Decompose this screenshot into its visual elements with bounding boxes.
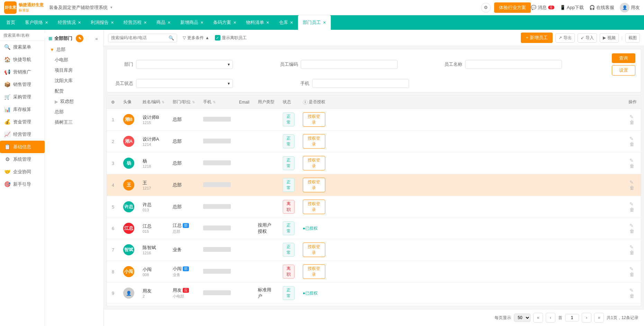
app-download-button[interactable]: 📱 App下载	[560, 5, 584, 11]
dept-item-peihuo[interactable]: 配货	[45, 86, 103, 96]
close-icon[interactable]: ✕	[323, 20, 326, 25]
tab-barcode[interactable]: 条码方案 ✕	[208, 15, 241, 30]
sidebar-item-sales[interactable]: 📦 销售管理	[0, 78, 45, 91]
close-icon[interactable]: ✕	[144, 20, 147, 25]
dept-edit-button[interactable]: ✎	[76, 35, 83, 42]
edit-icon[interactable]: ✎	[629, 244, 634, 250]
close-icon[interactable]: ✕	[200, 20, 203, 25]
auth-button[interactable]: 授权登录	[303, 156, 325, 170]
dept-item-shenyang[interactable]: 沈阳大库	[45, 76, 103, 86]
auth-button[interactable]: 授权登录	[303, 200, 325, 214]
message-button[interactable]: 💬 消息 6	[531, 5, 554, 11]
auth-button[interactable]: 授权登录	[303, 112, 325, 127]
tab-home[interactable]: 首页	[1, 15, 20, 30]
dropdown-arrow-icon[interactable]: ▾	[110, 5, 112, 10]
first-page-button[interactable]: «	[533, 313, 543, 323]
edit-icon[interactable]: ✎	[629, 223, 634, 228]
auth-button[interactable]: 授权登录	[303, 264, 325, 279]
screenshot-button[interactable]: 截图	[625, 33, 640, 43]
show-resign-toggle[interactable]: ✓ 显示离职员工	[215, 35, 247, 41]
sidebar-item-collab[interactable]: 🤝 企业协同	[0, 166, 45, 178]
sidebar-item-inventory[interactable]: 📊 库存核算	[0, 103, 45, 116]
sidebar-item-management[interactable]: 📈 经营管理	[0, 128, 45, 141]
tab-customer[interactable]: 客户联络 ✕	[20, 15, 53, 30]
dept-item-projectroom[interactable]: 项目库房	[45, 65, 103, 76]
delete-icon[interactable]: 🗑	[629, 141, 634, 147]
import-button[interactable]: ↙ 导入	[578, 33, 597, 43]
more-filter-button[interactable]: ▽ 更多条件 ▲	[180, 34, 212, 42]
trial-button[interactable]: 体验行业方案	[494, 2, 531, 13]
edit-icon[interactable]: ✎	[629, 136, 634, 141]
close-icon[interactable]: ✕	[45, 20, 48, 25]
set-button[interactable]: 设置	[612, 65, 635, 76]
close-icon[interactable]: ✕	[167, 20, 171, 25]
auth-button[interactable]: 授权登录	[303, 134, 325, 149]
sidebar-item-nav[interactable]: 🏠 快捷导航	[0, 53, 45, 66]
phone-input[interactable]	[312, 79, 409, 88]
emp-status-select[interactable]: ▾	[136, 79, 233, 88]
sidebar-item-guide[interactable]: 🎯 新手引导	[0, 178, 45, 191]
employee-search-input[interactable]	[111, 35, 166, 40]
sidebar-item-purchase[interactable]: 🛒 采购管理	[0, 91, 45, 103]
dept-filter-select[interactable]: ▾	[136, 60, 233, 69]
th-settings[interactable]: ⚙	[107, 96, 119, 109]
dept-item-shuangluxiang[interactable]: ▶ 双虑想	[45, 96, 103, 107]
delete-icon[interactable]: 🗑	[629, 228, 634, 234]
close-icon[interactable]: ✕	[111, 20, 114, 25]
delete-icon[interactable]: 🗑	[629, 272, 634, 277]
th-name[interactable]: 姓名/编码⇅	[138, 96, 169, 109]
sidebar-item-marketing[interactable]: 📢 营销推广	[0, 66, 45, 78]
th-dept[interactable]: 部门/职位⇅	[169, 96, 199, 109]
edit-icon[interactable]: ✎	[629, 158, 634, 163]
close-icon[interactable]: ✕	[233, 20, 236, 25]
tab-dept-employee[interactable]: 部门员工 ✕	[298, 15, 331, 30]
dept-item-xiaodiandept[interactable]: 小电部	[45, 55, 103, 65]
dept-item-zongbu-root[interactable]: ▼ 总部	[45, 44, 103, 55]
info-icon[interactable]: ℹ	[303, 100, 308, 105]
delete-icon[interactable]: 🗑	[629, 120, 634, 125]
edit-icon[interactable]: ✎	[629, 114, 634, 120]
auth-button[interactable]: 授权登录	[303, 178, 325, 192]
per-page-select[interactable]: 50	[514, 314, 530, 322]
next-page-button[interactable]: ›	[582, 313, 591, 323]
edit-icon[interactable]: ✎	[629, 266, 634, 272]
online-service-button[interactable]: 🎧 在线客服	[589, 5, 614, 11]
prev-page-button[interactable]: ‹	[546, 313, 555, 323]
delete-icon[interactable]: 🗑	[629, 163, 634, 169]
add-employee-button[interactable]: + 新增员工	[521, 33, 552, 43]
edit-icon[interactable]: ✎	[629, 179, 634, 185]
tab-warehouse[interactable]: 仓库 ✕	[274, 15, 298, 30]
emp-code-input[interactable]	[301, 60, 398, 69]
last-page-button[interactable]: »	[594, 313, 604, 323]
sidebar-item-system[interactable]: ⚙ 系统管理	[0, 153, 45, 166]
tab-bom[interactable]: 物料清单 ✕	[241, 15, 274, 30]
th-phone[interactable]: 手机⇅	[199, 96, 235, 109]
dept-collapse-button[interactable]: «	[93, 35, 100, 42]
edit-icon[interactable]: ✎	[629, 201, 634, 207]
settings-button[interactable]: ⚙	[481, 3, 491, 12]
tab-goods[interactable]: 商品 ✕	[152, 15, 175, 30]
emp-name-input[interactable]	[465, 60, 562, 69]
dept-item-chashuwang[interactable]: 插树王三	[45, 117, 103, 127]
query-button[interactable]: 查询	[612, 53, 635, 63]
close-icon[interactable]: ✕	[78, 20, 81, 25]
user-area[interactable]: 👤 用友	[620, 3, 640, 12]
sidebar-item-search[interactable]: 🔍 搜索菜单	[0, 41, 45, 53]
tab-add-goods[interactable]: 新增商品 ✕	[175, 15, 208, 30]
auth-button[interactable]: 授权登录	[303, 243, 325, 257]
close-icon[interactable]: ✕	[266, 20, 269, 25]
tab-history[interactable]: 经营历程 ✕	[119, 15, 152, 30]
tab-operation[interactable]: 经营情况 ✕	[53, 15, 86, 30]
delete-icon[interactable]: 🗑	[629, 293, 634, 299]
dept-item-zongbu[interactable]: 总部	[45, 107, 103, 117]
delete-icon[interactable]: 🗑	[629, 207, 634, 212]
view-button[interactable]: ▶ 视频	[600, 33, 619, 43]
close-icon[interactable]: ✕	[290, 20, 293, 25]
export-button[interactable]: ↗ 导出	[555, 33, 575, 43]
edit-icon[interactable]: ✎	[629, 288, 634, 293]
sidebar-item-basic[interactable]: 📋 基础信息	[0, 141, 45, 153]
sidebar-item-finance[interactable]: 💰 资金管理	[0, 116, 45, 128]
tab-profit[interactable]: 利润报告 ✕	[86, 15, 119, 30]
page-input[interactable]	[565, 314, 579, 321]
delete-icon[interactable]: 🗑	[629, 250, 634, 255]
